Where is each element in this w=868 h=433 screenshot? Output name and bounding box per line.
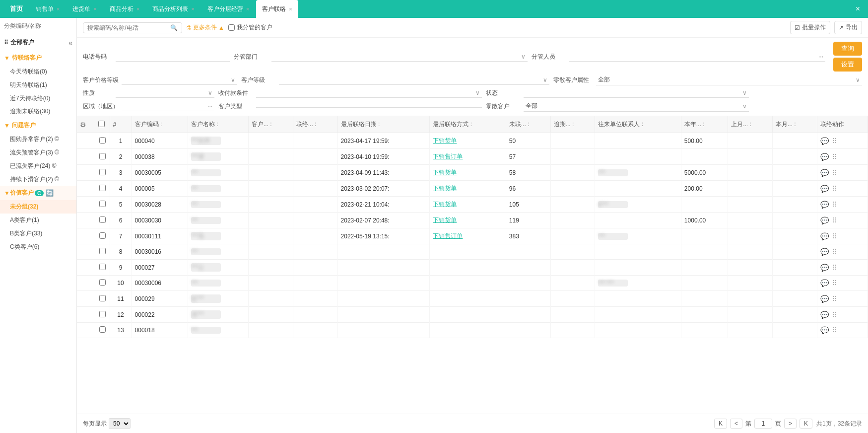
my-customers-checkbox[interactable]: 我分管的客户 bbox=[228, 23, 272, 32]
col-this-year[interactable]: 本年... : bbox=[681, 116, 728, 133]
status-select[interactable]: ∨ bbox=[524, 88, 749, 98]
export-btn[interactable]: ↗ 导出 bbox=[834, 21, 862, 34]
row-action-icons[interactable]: 💬 ⠿ bbox=[817, 276, 868, 291]
manager-select[interactable]: ··· bbox=[569, 52, 825, 62]
chat-icon[interactable]: 💬 bbox=[820, 201, 829, 209]
sidebar-item-tomorrow[interactable]: 明天待联络(1) bbox=[0, 78, 76, 92]
col-c3[interactable]: 客户... : bbox=[248, 116, 293, 133]
col-contact-person[interactable]: 往来单位联系人 : bbox=[595, 116, 681, 133]
sidebar-value-customers-group[interactable]: ▼ 价值客户 C 🔄 bbox=[0, 186, 76, 200]
row-checkbox[interactable] bbox=[95, 260, 110, 276]
row-last-method[interactable] bbox=[430, 291, 506, 307]
dots-icon[interactable]: ··· bbox=[207, 103, 212, 110]
grid-action-icon[interactable]: ⠿ bbox=[832, 248, 837, 256]
sidebar-pending-contact-group[interactable]: ▼ 待联络客户 bbox=[0, 51, 76, 65]
more-conditions-btn[interactable]: ⚗ 更多条件 ▲ bbox=[186, 23, 224, 32]
row-checkbox[interactable] bbox=[95, 165, 110, 181]
grid-action-icon[interactable]: ⠿ bbox=[832, 311, 837, 319]
grid-action-icon[interactable]: ⠿ bbox=[832, 216, 837, 224]
sidebar-item-declining[interactable]: 持续下滑客户(2) © bbox=[0, 173, 76, 186]
row-last-method[interactable] bbox=[430, 323, 506, 338]
row-last-method[interactable] bbox=[430, 260, 506, 276]
sidebar-item-class-b[interactable]: B类客户(33) bbox=[0, 227, 76, 240]
dots-icon[interactable]: ··· bbox=[818, 53, 823, 60]
reset-button[interactable]: 设置 bbox=[833, 58, 862, 72]
row-action-icons[interactable]: 💬 ⠿ bbox=[817, 323, 868, 338]
chat-icon[interactable]: 💬 bbox=[820, 279, 829, 287]
grid-action-icon[interactable]: ⠿ bbox=[832, 137, 837, 145]
window-close-button[interactable]: × bbox=[852, 4, 864, 13]
row-checkbox[interactable] bbox=[95, 181, 110, 197]
chat-icon[interactable]: 💬 bbox=[820, 295, 829, 303]
page-number-input[interactable] bbox=[754, 419, 772, 429]
sidebar-item-7days[interactable]: 近7天待联络(0) bbox=[0, 92, 76, 105]
page-size-selector[interactable]: 每页显示 50 bbox=[83, 418, 131, 429]
row-action-icons[interactable]: 💬 ⠿ bbox=[817, 149, 868, 165]
row-action-icons[interactable]: 💬 ⠿ bbox=[817, 213, 868, 228]
col-not-contact[interactable]: 未联... : bbox=[506, 116, 550, 133]
select-all-checkbox[interactable] bbox=[98, 121, 105, 127]
sidebar-all-customers[interactable]: ⠿ 全部客户 « bbox=[0, 34, 76, 51]
row-checkbox[interactable] bbox=[95, 197, 110, 213]
row-checkbox[interactable] bbox=[95, 323, 110, 338]
row-last-method[interactable]: 下销货单 bbox=[430, 213, 506, 228]
last-page-btn[interactable]: K bbox=[800, 419, 812, 429]
row-last-method[interactable] bbox=[430, 307, 506, 323]
sidebar-search-box[interactable]: 🔍 bbox=[0, 18, 76, 34]
tab-sales-close[interactable]: × bbox=[57, 6, 60, 12]
row-checkbox[interactable] bbox=[95, 244, 110, 260]
row-checkbox[interactable] bbox=[95, 276, 110, 291]
chat-icon[interactable]: 💬 bbox=[820, 311, 829, 319]
col-last-date[interactable]: 最后联络日期 : bbox=[337, 116, 430, 133]
row-last-method[interactable] bbox=[430, 244, 506, 260]
tab-product-analysis-list-close[interactable]: × bbox=[191, 6, 194, 12]
col-name[interactable]: 客户名称 : bbox=[188, 116, 248, 133]
gear-icon[interactable]: ⚙ bbox=[80, 121, 86, 129]
main-search-input[interactable] bbox=[87, 24, 170, 31]
grid-action-icon[interactable]: ⠿ bbox=[832, 295, 837, 303]
grid-action-icon[interactable]: ⠿ bbox=[832, 232, 837, 240]
row-last-method[interactable]: 下销货单 bbox=[430, 165, 506, 181]
chat-icon[interactable]: 💬 bbox=[820, 326, 829, 334]
col-this-month[interactable]: 本月... : bbox=[773, 116, 817, 133]
chat-icon[interactable]: 💬 bbox=[820, 169, 829, 177]
grid-action-icon[interactable]: ⠿ bbox=[832, 153, 837, 161]
grid-action-icon[interactable]: ⠿ bbox=[832, 201, 837, 209]
row-action-icons[interactable]: 💬 ⠿ bbox=[817, 165, 868, 181]
settings-col-header[interactable]: ⚙ bbox=[77, 116, 95, 133]
chat-icon[interactable]: 💬 bbox=[820, 216, 829, 224]
search-box[interactable]: 🔍 bbox=[83, 22, 182, 33]
payment-select[interactable]: ∨ bbox=[256, 88, 481, 98]
col-last-month[interactable]: 上月... : bbox=[728, 116, 773, 133]
tab-product-analysis-close[interactable]: × bbox=[136, 6, 139, 12]
sidebar-item-churn-warning[interactable]: 流失预警客户(3) © bbox=[0, 146, 76, 159]
row-checkbox[interactable] bbox=[95, 133, 110, 149]
grid-action-icon[interactable]: ⠿ bbox=[832, 279, 837, 287]
row-checkbox[interactable] bbox=[95, 291, 110, 307]
row-action-icons[interactable]: 💬 ⠿ bbox=[817, 260, 868, 276]
chat-icon[interactable]: 💬 bbox=[820, 248, 829, 256]
row-action-icons[interactable]: 💬 ⠿ bbox=[817, 133, 868, 149]
first-page-btn[interactable]: K bbox=[714, 419, 727, 429]
prev-page-btn[interactable]: < bbox=[730, 419, 742, 429]
page-size-select[interactable]: 50 bbox=[109, 418, 131, 429]
grid-action-icon[interactable]: ⠿ bbox=[832, 185, 837, 193]
retail-attr-select[interactable]: 全部 ∨ bbox=[596, 74, 862, 85]
col-code[interactable]: 客户编码 : bbox=[132, 116, 188, 133]
row-checkbox[interactable] bbox=[95, 213, 110, 228]
region-select[interactable]: ··· bbox=[122, 102, 214, 111]
sidebar-item-churned[interactable]: 已流失客户(24) © bbox=[0, 159, 76, 173]
tab-product-analysis-list[interactable]: 商品分析列表 × bbox=[146, 0, 200, 18]
tab-sales[interactable]: 销售单 × bbox=[30, 0, 66, 18]
retail-customer-select[interactable]: 全部 ∨ bbox=[524, 101, 749, 112]
gender-select[interactable]: ∨ bbox=[116, 88, 214, 98]
tab-purchase-close[interactable]: × bbox=[93, 6, 96, 12]
dept-select[interactable]: ∨ bbox=[271, 52, 528, 62]
tab-customer-segment-close[interactable]: × bbox=[246, 6, 249, 12]
chat-icon[interactable]: 💬 bbox=[820, 232, 829, 240]
customer-type-select[interactable] bbox=[256, 105, 481, 108]
refresh-icon[interactable]: 🔄 bbox=[46, 189, 54, 197]
row-action-icons[interactable]: 💬 ⠿ bbox=[817, 307, 868, 323]
row-action-icons[interactable]: 💬 ⠿ bbox=[817, 291, 868, 307]
row-checkbox[interactable] bbox=[95, 149, 110, 165]
